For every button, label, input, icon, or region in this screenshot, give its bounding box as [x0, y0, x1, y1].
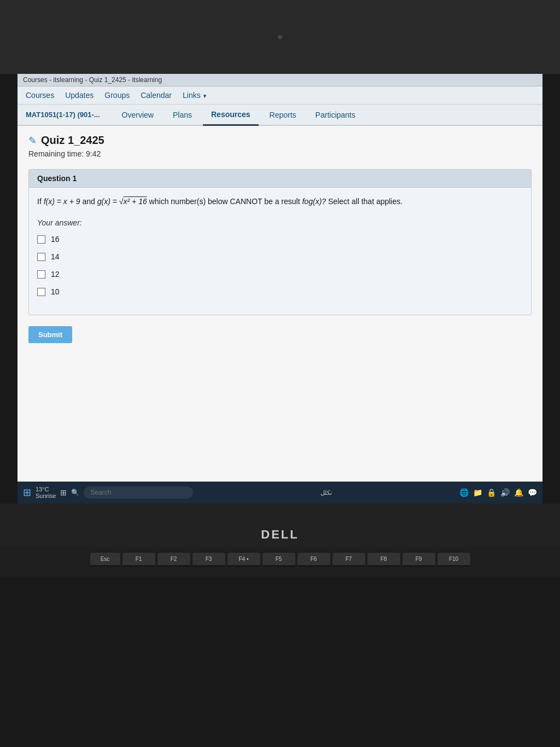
quiz-title: Quiz 1_2425: [41, 134, 104, 147]
laptop-bottom: DELL: [0, 503, 560, 547]
math-fx: f(x) = x + 9: [44, 197, 80, 206]
tab-reports[interactable]: Reports: [261, 105, 305, 125]
remaining-time-label: Remaining time:: [28, 149, 84, 158]
checkbox-14[interactable]: [37, 253, 45, 261]
remaining-time-value: 9:42: [86, 149, 101, 158]
taskbar: ⊞ 13°C Sunrise ⊞ 🔍 نكلل 🌐 📁 🔒 🔊 🔔 💬: [18, 482, 542, 503]
checkbox-10[interactable]: [37, 288, 45, 296]
key-f4[interactable]: F4 •: [228, 553, 260, 566]
taskbar-icon-3[interactable]: 🔒: [487, 488, 496, 497]
key-f3[interactable]: F3: [192, 553, 225, 566]
key-f9[interactable]: F9: [402, 553, 435, 566]
key-f8[interactable]: F8: [368, 553, 400, 566]
key-f1[interactable]: F1: [122, 553, 155, 566]
nav-groups[interactable]: Groups: [104, 91, 130, 100]
taskbar-icon-4[interactable]: 🔊: [500, 488, 510, 497]
course-breadcrumb[interactable]: MAT1051(1-17) (901-...: [26, 105, 106, 124]
taskbar-icon-1[interactable]: 🌐: [459, 488, 469, 497]
math-gx: g(x) = √x² + 16: [97, 197, 147, 206]
your-answer-label: Your answer:: [37, 218, 523, 227]
checkbox-12[interactable]: [37, 270, 45, 279]
tab-plans[interactable]: Plans: [165, 105, 200, 125]
math-fog: fog(x)?: [302, 197, 326, 206]
remaining-time: Remaining time: 9:42: [28, 149, 532, 158]
choice-14-label: 14: [51, 252, 60, 261]
key-f10[interactable]: F10: [438, 553, 470, 566]
taskbar-arabic-text: نكلل: [320, 489, 332, 496]
taskbar-right: 🌐 📁 🔒 🔊 🔔 💬: [459, 488, 537, 497]
taskbar-search-input[interactable]: [84, 487, 193, 499]
nav-links[interactable]: Links: [183, 91, 207, 100]
question-body: If f(x) = x + 9 and g(x) = √x² + 16 whic…: [29, 188, 531, 315]
weather-location: Sunrise: [36, 493, 56, 499]
taskbar-icon-2[interactable]: 📁: [473, 488, 482, 497]
quiz-icon: ✎: [28, 135, 37, 147]
keyboard-row-fn: Esc F1 F2 F3 F4 • F5 F6 F7 F8 F9 F10: [11, 553, 549, 566]
choice-10-row: 10: [37, 286, 523, 297]
taskbar-middle: نكلل: [197, 489, 455, 496]
dell-logo: DELL: [261, 528, 299, 542]
choice-12-row: 12: [37, 269, 523, 280]
choice-16-label: 16: [51, 235, 60, 244]
screen: Courses - itslearning - Quiz 1_2425 - it…: [18, 74, 542, 503]
camera: [278, 35, 282, 39]
question-header: Question 1: [29, 170, 531, 188]
checkbox-16[interactable]: [37, 235, 45, 244]
key-esc-label: Esc: [95, 556, 116, 562]
question-text: If f(x) = x + 9 and g(x) = √x² + 16 whic…: [37, 196, 523, 207]
key-f2[interactable]: F2: [158, 553, 190, 566]
tab-overview[interactable]: Overview: [114, 105, 162, 125]
weather-temp: 13°C: [36, 486, 56, 493]
choice-12-label: 12: [51, 270, 60, 279]
top-nav: Courses Updates Groups Calendar Links: [18, 86, 542, 105]
search-icon: 🔍: [71, 489, 79, 496]
submit-button[interactable]: Submit: [28, 326, 72, 343]
taskbar-weather: 13°C Sunrise: [36, 486, 56, 499]
answer-choices: 16 14 12 10: [37, 234, 523, 312]
key-esc[interactable]: Esc: [90, 553, 120, 566]
taskbar-icon-6[interactable]: 💬: [528, 488, 537, 497]
quiz-header: ✎ Quiz 1_2425: [28, 134, 532, 147]
choice-14-row: 14: [37, 251, 523, 262]
tab-participants[interactable]: Participants: [307, 105, 364, 125]
main-content: ✎ Quiz 1_2425 Remaining time: 9:42 Quest…: [18, 126, 542, 482]
question-box: Question 1 If f(x) = x + 9 and g(x) = √x…: [28, 169, 532, 315]
taskbar-icon-5[interactable]: 🔔: [514, 488, 523, 497]
start-button[interactable]: ⊞: [23, 487, 31, 499]
browser-title: Courses - itslearning - Quiz 1_2425 - it…: [23, 76, 162, 84]
keyboard-area: Esc F1 F2 F3 F4 • F5 F6 F7 F8 F9 F10: [0, 547, 560, 577]
nav-courses[interactable]: Courses: [26, 91, 54, 100]
choice-16-row: 16: [37, 234, 523, 245]
nav-updates[interactable]: Updates: [65, 91, 94, 100]
choice-10-label: 10: [51, 287, 60, 296]
course-tabs: MAT1051(1-17) (901-... Overview Plans Re…: [18, 105, 542, 126]
key-f6[interactable]: F6: [298, 553, 330, 566]
browser-bar: Courses - itslearning - Quiz 1_2425 - it…: [18, 74, 542, 86]
key-f7[interactable]: F7: [332, 553, 365, 566]
key-f5[interactable]: F5: [262, 553, 295, 566]
tab-resources[interactable]: Resources: [203, 105, 259, 126]
laptop-top-bezel: [0, 0, 560, 74]
nav-calendar[interactable]: Calendar: [141, 91, 172, 100]
taskbar-grid-icon[interactable]: ⊞: [60, 488, 67, 497]
